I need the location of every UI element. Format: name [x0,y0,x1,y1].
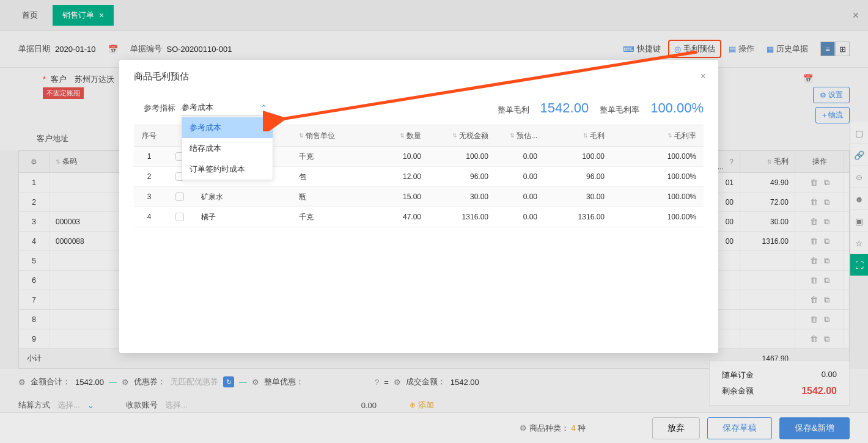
close-icon[interactable]: × [701,71,706,82]
filter-dropdown: 参考成本 结存成本 订单签约时成本 [182,117,273,180]
seq-cell: 1 [134,152,164,161]
amount-cell: 1316.00 [427,213,495,221]
qty-cell: 10.00 [366,152,427,161]
modal-title: 商品毛利预估 [134,71,189,81]
est-cell: 0.00 [495,172,543,181]
sort-icon[interactable]: ⇅ [299,133,304,139]
profit-modal: 商品毛利预估 × 参考指标 参考成本 ⌃ 参考成本 结存成本 订单签约时成本 整… [119,60,718,353]
check-cell[interactable] [164,192,195,201]
profit-cell: 30.00 [543,192,611,201]
table-row: 4橘子千克47.001316.000.001316.00100.00% [134,207,704,227]
sort-icon[interactable]: ⇅ [510,133,515,139]
unit-cell: 包 [293,172,366,182]
checkbox[interactable] [175,192,184,201]
name-cell: 矿泉水 [195,192,293,202]
qty-cell: 12.00 [366,172,427,181]
qty-cell: 47.00 [366,213,427,221]
modal-filter-row: 参考指标 参考成本 ⌃ 参考成本 结存成本 订单签约时成本 整单毛利 1542.… [119,93,718,125]
sort-icon[interactable]: ⇅ [400,133,405,139]
est-cell: 0.00 [495,152,543,161]
qty-cell: 15.00 [366,192,427,201]
sort-icon[interactable]: ⇅ [583,133,588,139]
sort-icon[interactable]: ⇅ [668,133,672,139]
checkbox[interactable] [175,213,184,221]
est-cell: 0.00 [495,192,543,201]
dropdown-option[interactable]: 参考成本 [182,117,273,138]
rate-cell: 100.00% [611,152,702,161]
table-row: 3矿泉水瓶15.0030.000.0030.00100.00% [134,187,704,207]
profit-cell: 100.00 [543,152,611,161]
sort-icon[interactable]: ⇅ [452,133,457,139]
modal-header: 商品毛利预估 × [119,60,718,93]
rate-cell: 100.00% [611,213,702,221]
total-rate-label: 整单毛利率 [600,104,639,115]
profit-cell: 96.00 [543,172,611,181]
chevron-up-icon: ⌃ [260,103,267,112]
unit-cell: 瓶 [293,192,366,202]
unit-cell: 千克 [293,212,366,222]
filter-value: 参考成本 [182,102,213,113]
check-cell[interactable] [164,213,195,221]
filter-label: 参考指标 [144,103,175,114]
seq-cell: 4 [134,213,164,221]
filter-select[interactable]: 参考成本 ⌃ 参考成本 结存成本 订单签约时成本 [182,100,267,116]
total-rate-value: 100.00% [650,100,704,116]
dropdown-option[interactable]: 订单签约时成本 [182,159,273,180]
amount-cell: 30.00 [427,192,495,201]
seq-cell: 3 [134,192,164,201]
name-cell: 橘子 [195,212,293,222]
rate-cell: 100.00% [611,172,702,181]
amount-cell: 96.00 [427,172,495,181]
total-profit-value: 1542.00 [540,100,589,116]
total-profit-label: 整单毛利 [498,104,529,115]
modal-summary: 整单毛利 1542.00 整单毛利率 100.00% [498,100,704,116]
rate-cell: 100.00% [611,192,702,201]
dropdown-option[interactable]: 结存成本 [182,138,273,159]
unit-cell: 千克 [293,152,366,162]
est-cell: 0.00 [495,213,543,221]
profit-cell: 1316.00 [543,213,611,221]
amount-cell: 100.00 [427,152,495,161]
seq-cell: 2 [134,172,164,181]
